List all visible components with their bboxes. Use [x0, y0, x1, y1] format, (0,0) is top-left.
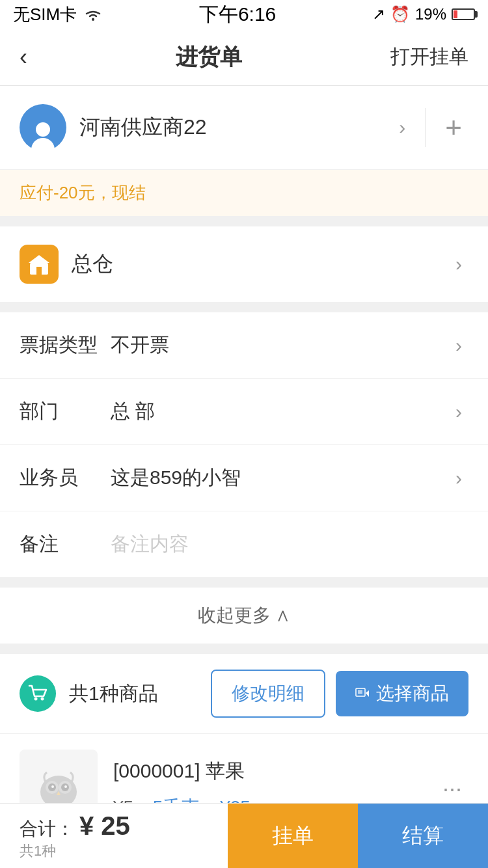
battery-icon	[452, 8, 475, 20]
edit-detail-button[interactable]: 修改明细	[211, 670, 325, 718]
back-button[interactable]: ‹	[20, 44, 27, 71]
salesperson-label: 业务员	[20, 465, 98, 491]
battery-text: 19%	[415, 5, 446, 23]
select-product-icon	[355, 688, 370, 699]
product-title: 苹果	[206, 760, 245, 781]
supplier-row[interactable]: 河南供应商22 › +	[0, 86, 488, 170]
invoice-row[interactable]: 票据类型 不开票 ›	[0, 312, 488, 379]
product-header: 共1种商品 修改明细 选择商品	[0, 654, 488, 734]
invoice-label: 票据类型	[20, 332, 98, 359]
svg-marker-2	[29, 255, 49, 263]
product-count: 共1种商品	[69, 681, 211, 707]
payment-hint: 应付-20元，现结	[0, 170, 488, 216]
bottom-bar: 合计： ¥ 25 共1种 挂单 结算	[0, 803, 488, 868]
dept-row[interactable]: 部门 总 部 ›	[0, 379, 488, 445]
warehouse-icon	[20, 245, 59, 284]
note-row[interactable]: 备注 备注内容	[0, 511, 488, 577]
product-name: [0000001] 苹果	[113, 758, 436, 785]
svg-rect-3	[36, 267, 42, 275]
nav-bar: ‹ 进货单 打开挂单	[0, 29, 488, 86]
warehouse-svg	[27, 252, 51, 276]
alarm-icon: ⏰	[390, 5, 410, 23]
svg-point-0	[92, 18, 94, 21]
form-section: 票据类型 不开票 › 部门 总 部 › 业务员 这是859的小智 › 备注 备注…	[0, 312, 488, 577]
svg-point-14	[51, 785, 54, 788]
collapse-row[interactable]: 收起更多 ∧	[0, 588, 488, 644]
add-supplier-button[interactable]: +	[439, 111, 468, 144]
status-right: ↗ ⏰ 19%	[372, 5, 475, 23]
suspend-label: 挂单	[272, 822, 314, 850]
location-icon: ↗	[372, 5, 385, 23]
salesperson-value: 这是859的小智	[98, 465, 455, 491]
dept-chevron-icon: ›	[455, 401, 462, 423]
supplier-chevron-icon: ›	[399, 116, 405, 139]
cart-svg	[28, 685, 47, 703]
avatar-head	[36, 122, 50, 137]
status-left: 无SIM卡	[13, 3, 103, 26]
product-more-button[interactable]: ···	[436, 775, 468, 802]
warehouse-chevron-icon: ›	[455, 253, 462, 275]
svg-rect-6	[356, 688, 365, 696]
supplier-avatar	[20, 104, 66, 151]
suspend-button[interactable]: 挂单	[228, 804, 358, 869]
supplier-section: 河南供应商22 › + 应付-20元，现结	[0, 86, 488, 216]
svg-point-15	[64, 785, 67, 788]
total-label-text: 合计：	[20, 817, 74, 841]
status-time: 下午6:16	[199, 1, 276, 28]
note-input[interactable]: 备注内容	[98, 531, 468, 558]
warehouse-name: 总仓	[72, 250, 455, 278]
select-product-button[interactable]: 选择商品	[336, 671, 468, 716]
collapse-label: 收起更多 ∧	[198, 605, 291, 625]
total-section: 合计： ¥ 25 共1种	[0, 811, 228, 861]
status-bar: 无SIM卡 下午6:16 ↗ ⏰ 19%	[0, 0, 488, 29]
supplier-name: 河南供应商22	[79, 113, 399, 142]
avatar-person	[20, 104, 66, 151]
warehouse-row[interactable]: 总仓 ›	[0, 226, 488, 302]
dept-value: 总 部	[98, 398, 455, 425]
cart-icon	[20, 675, 56, 712]
open-pending-button[interactable]: 打开挂单	[390, 44, 468, 70]
divider	[425, 108, 426, 147]
settle-button[interactable]: 结算	[358, 804, 488, 869]
dept-label: 部门	[20, 398, 98, 425]
note-label: 备注	[20, 531, 98, 558]
svg-point-4	[34, 698, 38, 701]
total-sub: 共1种	[20, 841, 208, 861]
select-product-label: 选择商品	[376, 681, 449, 706]
svg-point-5	[41, 698, 44, 701]
salesperson-row[interactable]: 业务员 这是859的小智 ›	[0, 445, 488, 511]
warehouse-section: 总仓 ›	[0, 226, 488, 302]
page-title: 进货单	[176, 42, 242, 72]
salesperson-chevron-icon: ›	[455, 467, 462, 489]
product-id: [0000001]	[113, 760, 206, 781]
signal-text: 无SIM卡	[13, 3, 77, 26]
avatar-body	[31, 138, 55, 151]
settle-label: 结算	[402, 822, 444, 850]
total-label: 合计： ¥ 25	[20, 811, 208, 841]
total-amount: ¥ 25	[79, 811, 130, 841]
wifi-icon	[83, 7, 103, 21]
invoice-chevron-icon: ›	[455, 334, 462, 357]
invoice-value: 不开票	[98, 332, 455, 359]
